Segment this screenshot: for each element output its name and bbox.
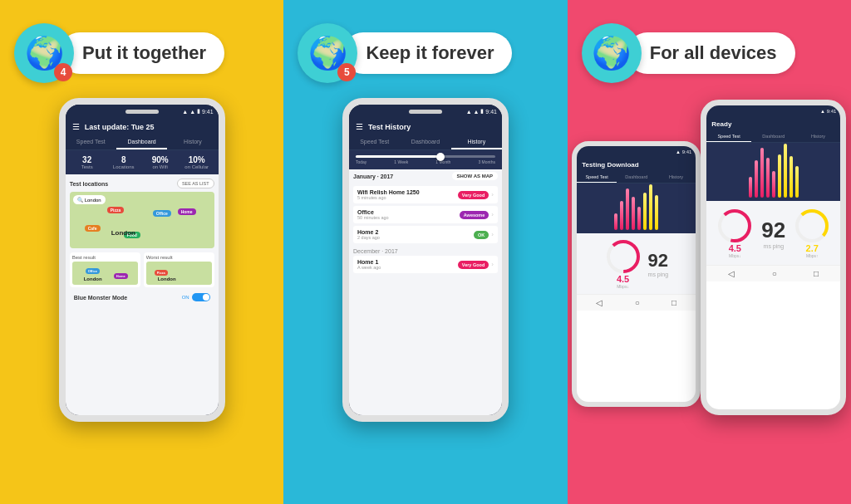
see-as-list-btn[interactable]: SEE AS LIST	[177, 179, 214, 188]
gauge-dl-svg	[605, 238, 642, 275]
nav-home[interactable]: ○	[635, 298, 640, 307]
dl-status-bar: ▲ 9:41	[577, 146, 696, 158]
dl-bar-5	[637, 207, 641, 230]
res-gauge-dl: 4.5 Mbps↓	[716, 208, 753, 258]
dl-tabs: Speed Test Dashboard History	[577, 172, 696, 183]
res-phone: ▲ 9:41 Ready Speed Test Dashboard Histor…	[701, 100, 846, 415]
best-city: London	[84, 276, 102, 281]
history-item-2[interactable]: Office 50 minutes ago Awesome ›	[353, 206, 498, 223]
badge-awesome-1: Awesome	[460, 211, 489, 219]
res-bar-2	[755, 160, 758, 198]
month-label-1: January · 2017	[353, 174, 393, 179]
map-area: 🔍 London Pizza Office Home Cafe Food Lon…	[70, 192, 214, 248]
history-item-3[interactable]: Home 2 2 days ago OK ›	[353, 226, 498, 243]
gauge-dl: 4.5 Mbps↓	[605, 238, 642, 289]
dl-gauge-area: 4.5 Mbps↓ 92 ms ping	[577, 233, 696, 294]
history-name-4: Home 1	[357, 259, 381, 265]
slider-today: Today	[356, 159, 366, 164]
phone-screen-1: ▲ ▲ ▮ 9:41 ☰ Last update: Tue 25 Speed T…	[59, 98, 225, 422]
res-nav-recent[interactable]: □	[814, 269, 819, 278]
tab-history-1[interactable]: History	[167, 135, 218, 149]
dl-bar-6	[643, 193, 647, 230]
res-header: Ready	[706, 117, 840, 131]
badge-area-1: 🌍 4 Put it together	[14, 23, 269, 83]
pin-cafe: Cafe	[85, 225, 101, 232]
worst-pin: Pizza	[155, 270, 168, 276]
status-bar-1: ▲ ▲ ▮ 9:41	[66, 105, 219, 118]
dl-wifi: ▲	[676, 149, 681, 154]
res-nav-back[interactable]: ◁	[728, 269, 735, 278]
slider-area: Today 1 Week 1 Month 3 Months	[349, 150, 502, 169]
panel2-label: Keep it forever	[342, 32, 512, 74]
stat-wifi: 90% on Wifi	[142, 155, 179, 169]
pin-office: Office	[153, 210, 171, 217]
res-time: 9:41	[827, 109, 837, 114]
test-locations-title: Test locations	[70, 181, 109, 187]
history-item-3-info: Home 2 2 days ago	[357, 229, 380, 240]
history-badge-row-4: Very Good ›	[458, 261, 494, 269]
tab-speed-test-2[interactable]: Speed Test	[349, 135, 400, 149]
gauge-ping-unit: ms ping	[648, 272, 669, 277]
tab-history-2[interactable]: History	[451, 135, 502, 149]
show-map-btn[interactable]: SHOW AS MAP	[452, 172, 498, 180]
battery-icon-2: ▮	[480, 108, 484, 115]
slider-thumb[interactable]	[436, 153, 445, 161]
res-tab-hist[interactable]: History	[796, 131, 841, 142]
history-badge-row-2: Awesome ›	[460, 211, 494, 219]
worst-result-card: Worst result Pizza London	[144, 252, 214, 287]
res-bar-9	[795, 166, 799, 198]
history-item-4[interactable]: Home 1 A week ago Very Good ›	[353, 256, 498, 273]
map-search[interactable]: 🔍 London	[73, 195, 106, 204]
status-time-1: 9:41	[202, 109, 214, 115]
badge-area-3: 🌍 For all devices	[582, 23, 837, 83]
chevron-1: ›	[491, 191, 494, 198]
phone-content-1: Test locations SEE AS LIST 🔍 London Pizz…	[66, 174, 219, 415]
badge-area-2: 🌍 5 Keep it forever	[298, 23, 553, 83]
dl-tab-hist[interactable]: History	[657, 172, 696, 183]
res-wifi: ▲	[820, 109, 825, 114]
history-time-3: 2 days ago	[357, 235, 380, 240]
dl-bar-2	[620, 201, 623, 230]
stats-row-1: 32 Tests 8 Locations 90% on Wifi 10% on …	[66, 150, 219, 174]
res-ping-val: 92	[761, 218, 785, 243]
badge-vg-2: Very Good	[458, 261, 489, 269]
res-tabs: Speed Test Dashboard History	[706, 131, 840, 143]
res-tab-dash[interactable]: Dashboard	[751, 131, 796, 142]
wifi-icon-2: ▲	[466, 109, 472, 115]
stat-locations: 8 Locations	[106, 155, 142, 169]
res-tab-speed[interactable]: Speed Test	[706, 131, 751, 142]
mascot-3: 🌍	[582, 23, 642, 83]
nav-back[interactable]: ◁	[596, 298, 603, 307]
chevron-2: ›	[491, 211, 494, 218]
dl-tab-dash[interactable]: Dashboard	[617, 172, 657, 183]
history-item-1[interactable]: Wifi Relish Home 1250 5 minutes ago Very…	[353, 186, 498, 203]
res-gauge-dl-val: 4.5	[729, 244, 741, 253]
status-time-2: 9:41	[485, 109, 497, 115]
month-label-dec: December · 2017	[353, 246, 498, 256]
dl-bar-4	[632, 197, 635, 230]
search-text: London	[85, 198, 101, 203]
res-bar-5	[772, 171, 775, 198]
history-badge-row-3: OK ›	[474, 231, 494, 239]
signal-icon: ▲	[189, 109, 195, 115]
tab-dashboard-1[interactable]: Dashboard	[116, 135, 167, 149]
res-bar-8	[790, 156, 793, 198]
res-nav-home[interactable]: ○	[772, 269, 777, 278]
pin-home: Home	[178, 208, 196, 215]
slider-track[interactable]	[356, 155, 495, 158]
panel3-label: For all devices	[627, 32, 795, 74]
tab-speed-test-1[interactable]: Speed Test	[66, 135, 116, 149]
battery-icon: ▮	[197, 108, 200, 115]
res-bar-1	[749, 177, 752, 198]
toggle-switch[interactable]	[192, 293, 210, 301]
dl-tab-speed[interactable]: Speed Test	[577, 172, 617, 183]
slider-1week: 1 Week	[394, 159, 408, 164]
devices-cluster: ▲ 9:41 Testing Download Speed Test Dashb…	[572, 91, 846, 457]
bw-row: Best result Office Home London Worst res…	[70, 252, 214, 287]
res-gauge-area: 4.5 Mbps↓ 92 ms ping 2.7 Mbps↑	[706, 201, 840, 265]
panel-1: 🌍 4 Put it together ▲ ▲ ▮ 9:41 ☰ Last up…	[0, 0, 283, 504]
dl-bar-7	[649, 184, 652, 230]
tab-dashboard-2[interactable]: Dashboard	[400, 135, 450, 149]
nav-recent[interactable]: □	[671, 298, 676, 307]
res-gauge-ul-svg	[794, 208, 830, 244]
